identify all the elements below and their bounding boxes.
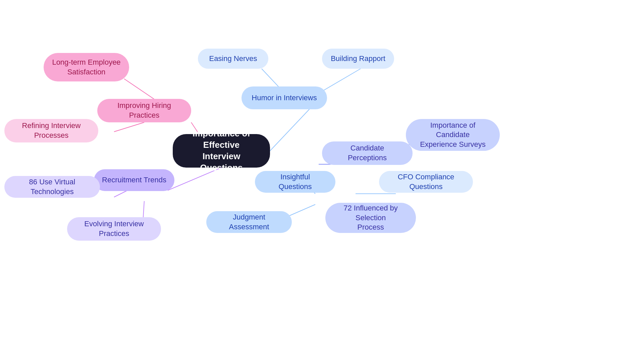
influenced-label: 72 Influenced by Selection Process <box>333 203 408 232</box>
easing-nerves-label: Easing Nerves <box>209 54 257 64</box>
center-label: Importance of Effective Interview Questi… <box>181 128 262 173</box>
improving-hiring-label: Improving Hiring Practices <box>105 101 183 120</box>
refining-label: Refining Interview Processes <box>12 121 90 140</box>
building-rapport-node: Building Rapport <box>322 49 394 69</box>
center-node: Importance of Effective Interview Questi… <box>173 134 270 168</box>
svg-line-4 <box>114 190 127 197</box>
easing-nerves-node: Easing Nerves <box>198 49 268 69</box>
refining-node: Refining Interview Processes <box>4 119 98 142</box>
virtual-tech-node: 86 Use Virtual Technologies <box>4 176 100 198</box>
insightful-node: Insightful Questions <box>255 171 335 193</box>
improving-hiring-node: Improving Hiring Practices <box>97 99 191 122</box>
virtual-tech-label: 86 Use Virtual Technologies <box>12 177 92 196</box>
evolving-node: Evolving Interview Practices <box>67 217 161 241</box>
svg-line-6 <box>270 108 310 151</box>
influenced-node: 72 Influenced by Selection Process <box>325 203 416 233</box>
candidate-perceptions-node: Candidate Perceptions <box>322 141 413 165</box>
humor-label: Humor in Interviews <box>252 93 317 103</box>
evolving-label: Evolving Interview Practices <box>75 219 153 238</box>
judgment-label: Judgment Assessment <box>214 213 284 232</box>
cfo-compliance-node: CFO Compliance Questions <box>379 171 473 193</box>
candidate-perceptions-label: Candidate Perceptions <box>330 143 405 163</box>
building-rapport-label: Building Rapport <box>331 54 385 64</box>
importance-surveys-node: Importance of Candidate Experience Surve… <box>406 119 500 151</box>
cfo-compliance-label: CFO Compliance Questions <box>387 172 465 191</box>
insightful-label: Insightful Questions <box>263 172 327 191</box>
humor-node: Humor in Interviews <box>241 86 327 109</box>
svg-line-2 <box>114 122 144 132</box>
long-term-label: Long-term Employee Satisfaction <box>52 58 120 77</box>
long-term-node: Long-term Employee Satisfaction <box>44 53 129 81</box>
recruitment-trends-node: Recruitment Trends <box>94 169 174 191</box>
recruitment-trends-label: Recruitment Trends <box>102 175 166 185</box>
importance-surveys-label: Importance of Candidate Experience Surve… <box>414 121 492 149</box>
judgment-node: Judgment Assessment <box>206 211 292 233</box>
